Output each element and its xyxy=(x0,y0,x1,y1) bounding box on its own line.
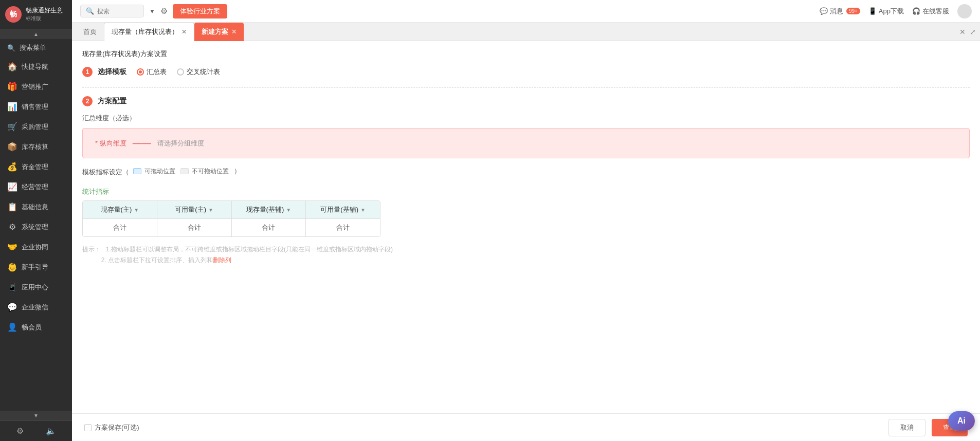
template-indicator-suffix: ） xyxy=(234,167,241,176)
sidebar-item-search[interactable]: 🔍 搜索菜单 xyxy=(0,39,72,57)
messages-badge: 99+ xyxy=(846,8,860,14)
sidebar-item-basic-info[interactable]: 📋 基础信息 xyxy=(0,197,72,217)
dimension-select-hint[interactable]: 请选择分组维度 xyxy=(157,139,204,148)
topbar-search-container: 🔍 xyxy=(80,5,144,17)
app-download-button[interactable]: 📱 App下载 xyxy=(868,7,904,16)
settings-icon[interactable]: ⚙ xyxy=(16,426,24,436)
sidebar-cooperation-label: 企业协同 xyxy=(22,243,48,252)
sidebar-item-member[interactable]: 👤 畅会员 xyxy=(0,317,72,337)
draggable-label: 可拖动位置 xyxy=(144,167,175,176)
template-indicator-text: 模板指标设定（ 可拖动位置 不可拖动位置 ） xyxy=(82,168,241,176)
tip2-highlight: 删除列 xyxy=(213,256,231,264)
sidebar-scroll-up[interactable]: ▲ xyxy=(0,29,72,39)
cooperation-icon: 🤝 xyxy=(7,242,17,252)
draggable-legend-icon xyxy=(133,168,141,174)
sidebar-search-label: 搜索菜单 xyxy=(20,43,46,52)
tab-home[interactable]: 首页 xyxy=(76,23,104,41)
sidebar-logo: 畅 畅康通好生意 标准版 xyxy=(0,0,72,29)
sidebar-item-cooperation[interactable]: 🤝 企业协同 xyxy=(0,237,72,257)
dimension-section-label: 汇总维度（必选） xyxy=(82,114,970,123)
stats-col-0-header[interactable]: 现存量(主) ▼ xyxy=(83,201,157,218)
topbar-right: 💬 消息 99+ 📱 App下载 🎧 在线客服 xyxy=(820,4,972,19)
draggable-legend: 可拖动位置 xyxy=(133,167,175,176)
radio-summary[interactable]: 汇总表 xyxy=(137,67,167,77)
sidebar-new-guide-label: 新手引导 xyxy=(22,263,48,272)
cancel-button[interactable]: 取消 xyxy=(888,419,925,436)
step1-title: 选择模板 xyxy=(98,67,126,77)
sidebar-item-operations[interactable]: 📈 经营管理 xyxy=(0,177,72,197)
step2-header: 2 方案配置 xyxy=(82,96,970,106)
main-area: 🔍 ▼ ⚙ 体验行业方案 💬 消息 99+ 📱 App下载 🎧 在线客服 xyxy=(72,0,980,441)
fixed-label: 不可拖动位置 xyxy=(192,167,229,176)
trial-button[interactable]: 体验行业方案 xyxy=(173,4,227,19)
sidebar-item-finance[interactable]: 💰 资金管理 xyxy=(0,157,72,177)
tab-new-plan-close-icon[interactable]: ✕ xyxy=(231,28,237,35)
stats-col-2-label: 现存量(基辅) xyxy=(246,205,284,214)
quick-nav-icon: 🏠 xyxy=(7,62,17,71)
sidebar-item-new-guide[interactable]: 👶 新手引导 xyxy=(0,257,72,277)
stats-col-1-header[interactable]: 可用量(主) ▼ xyxy=(157,201,232,218)
stats-col-2-header[interactable]: 现存量(基辅) ▼ xyxy=(232,201,306,218)
stats-body-col-1: 合计 xyxy=(157,218,232,236)
stats-col-3-label: 可用量(基辅) xyxy=(320,205,358,214)
stats-col-0-chevron: ▼ xyxy=(134,207,139,213)
sidebar-item-system[interactable]: ⚙ 系统管理 xyxy=(0,217,72,237)
speaker-icon[interactable]: 🔈 xyxy=(46,426,56,436)
app-center-icon: 📱 xyxy=(7,282,17,292)
tab-inventory-label: 现存量（库存状况表） xyxy=(112,27,178,36)
close-panel-icon[interactable]: ✕ xyxy=(959,28,966,36)
sidebar-system-label: 系统管理 xyxy=(22,223,48,232)
phone-icon: 📱 xyxy=(868,7,877,15)
sidebar: 畅 畅康通好生意 标准版 ▲ 🔍 搜索菜单 🏠 快捷导航 🎁 营销推广 📊 销售… xyxy=(0,0,72,441)
member-icon: 👤 xyxy=(7,322,17,332)
sidebar-item-sales[interactable]: 📊 销售管理 xyxy=(0,97,72,117)
topbar-dropdown-icon[interactable]: ▼ xyxy=(149,8,155,15)
step1-header: 1 选择模板 汇总表 交叉统计表 xyxy=(82,67,970,77)
topbar-gear-icon[interactable]: ⚙ xyxy=(160,6,168,16)
sidebar-quick-nav-label: 快捷导航 xyxy=(22,62,48,71)
fixed-legend: 不可拖动位置 xyxy=(180,167,229,176)
sidebar-item-app-center[interactable]: 📱 应用中心 xyxy=(0,277,72,297)
sidebar-member-label: 畅会员 xyxy=(22,323,42,332)
sidebar-item-purchase[interactable]: 🛒 采购管理 xyxy=(0,117,72,137)
stats-table: 现存量(主) ▼ 可用量(主) ▼ 现存量(基辅) ▼ xyxy=(82,200,380,237)
stats-body-col-3: 合计 xyxy=(306,218,380,236)
ai-fab-button[interactable]: Ai xyxy=(948,411,975,431)
bottom-bar: 方案保存(可选) 取消 查询 xyxy=(72,413,980,441)
stats-section: 统计指标 现存量(主) ▼ 可用量(主) ▼ xyxy=(82,187,970,237)
template-indicator-label-area: 模板指标设定（ 可拖动位置 不可拖动位置 ） xyxy=(82,167,970,182)
radio-cross[interactable]: 交叉统计表 xyxy=(177,67,220,77)
sidebar-item-quick-nav[interactable]: 🏠 快捷导航 xyxy=(0,57,72,77)
marketing-icon: 🎁 xyxy=(7,82,17,91)
sidebar-app-center-label: 应用中心 xyxy=(22,283,48,292)
tab-inventory-close-icon[interactable]: ✕ xyxy=(182,28,187,35)
tab-new-plan[interactable]: 新建方案 ✕ xyxy=(194,23,244,41)
stats-col-0-label: 现存量(主) xyxy=(101,205,132,214)
sidebar-item-inventory[interactable]: 📦 库存核算 xyxy=(0,137,72,157)
step2-section: 2 方案配置 汇总维度（必选） * 纵向维度 —— 请选择分组维度 模板指标设定… xyxy=(82,96,970,265)
save-checkbox[interactable] xyxy=(84,424,92,431)
sidebar-item-enterprise-wechat[interactable]: 💬 企业微信 xyxy=(0,297,72,317)
stats-table-header: 现存量(主) ▼ 可用量(主) ▼ 现存量(基辅) ▼ xyxy=(83,201,380,218)
tabbar-actions: ✕ ⤢ xyxy=(959,28,976,36)
radio-cross-dot xyxy=(177,68,184,76)
purchase-icon: 🛒 xyxy=(7,122,17,132)
stats-col-3-header[interactable]: 可用量(基辅) ▼ xyxy=(306,201,380,218)
expand-icon[interactable]: ⤢ xyxy=(970,28,976,36)
operations-icon: 📈 xyxy=(7,182,17,192)
stats-section-label: 统计指标 xyxy=(82,187,970,196)
stats-body-col-0: 合计 xyxy=(83,218,157,236)
topbar-search-icon: 🔍 xyxy=(86,7,94,15)
tab-inventory[interactable]: 现存量（库存状况表） ✕ xyxy=(104,23,194,41)
messages-button[interactable]: 💬 消息 99+ xyxy=(820,7,860,16)
user-avatar[interactable] xyxy=(957,4,972,19)
sidebar-scroll-down[interactable]: ▼ xyxy=(0,411,72,420)
sidebar-item-marketing[interactable]: 🎁 营销推广 xyxy=(0,77,72,97)
online-service-button[interactable]: 🎧 在线客服 xyxy=(912,7,949,16)
app-download-label: App下载 xyxy=(879,7,904,16)
dimension-required-area: * 纵向维度 —— 请选择分组维度 xyxy=(82,128,970,158)
step2-title: 方案配置 xyxy=(98,97,126,106)
sidebar-finance-label: 资金管理 xyxy=(22,162,48,172)
topbar: 🔍 ▼ ⚙ 体验行业方案 💬 消息 99+ 📱 App下载 🎧 在线客服 xyxy=(72,0,980,23)
topbar-search-input[interactable] xyxy=(97,8,138,15)
